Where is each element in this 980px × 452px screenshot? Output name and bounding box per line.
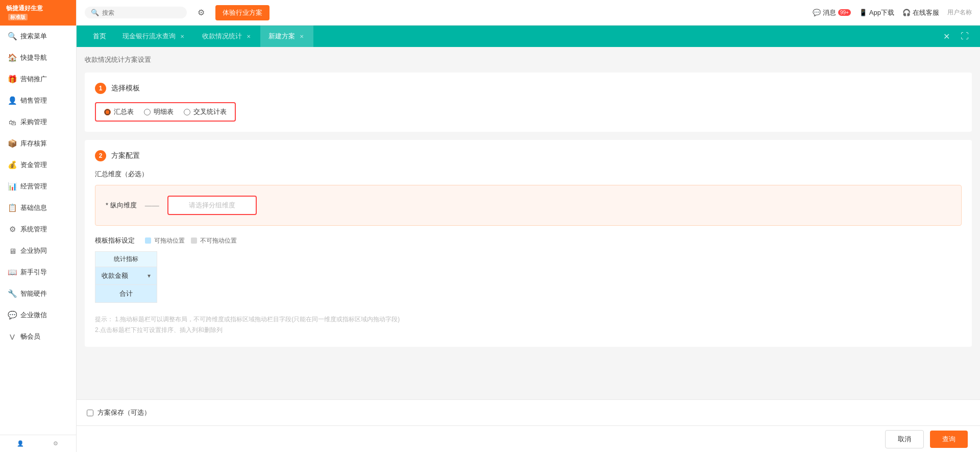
sidebar-footer-user[interactable]: 👤 bbox=[5, 440, 36, 447]
sidebar-item-guide[interactable]: 📖新手引导 bbox=[0, 261, 76, 283]
sidebar-item-inventory[interactable]: 📦库存核算 bbox=[0, 133, 76, 154]
tabbar-right: ✕ ⛶ bbox=[939, 29, 972, 43]
query-button[interactable]: 查询 bbox=[930, 431, 968, 448]
sidebar-item-wechat[interactable]: 💬企业微信 bbox=[0, 304, 76, 326]
sidebar-label-inventory: 库存核算 bbox=[20, 139, 47, 148]
radio-summary-label[interactable]: 汇总表 bbox=[114, 107, 134, 116]
radio-summary[interactable]: 汇总表 bbox=[104, 107, 134, 116]
metrics-cell-dropdown-icon[interactable]: ▾ bbox=[148, 272, 151, 279]
sidebar-label-search: 搜索菜单 bbox=[20, 32, 47, 41]
step1-title: 选择模板 bbox=[111, 84, 140, 93]
tab-close-bank[interactable]: ✕ bbox=[179, 33, 186, 40]
tab-expand-icon[interactable]: ⛶ bbox=[958, 29, 972, 43]
version-badge: 标准版 bbox=[8, 14, 28, 20]
sidebar-icon-sales: 👤 bbox=[8, 97, 16, 105]
topbar-right: 💬 消息 99+ 📱 App下载 🎧 在线客服 用户名称 bbox=[813, 8, 972, 17]
sidebar-label-member: 畅会员 bbox=[20, 332, 40, 341]
step1-num: 1 bbox=[95, 83, 106, 94]
logo-text: 畅捷通好生意 bbox=[6, 5, 43, 12]
sidebar-label-sales: 销售管理 bbox=[20, 96, 47, 105]
save-row: 方案保存（可选） bbox=[77, 399, 980, 425]
sidebar-item-purchase[interactable]: 🛍采购管理 bbox=[0, 111, 76, 133]
sidebar-label-guide: 新手引导 bbox=[20, 268, 47, 277]
save-checkbox[interactable] bbox=[87, 410, 93, 416]
main-content: 🔍 ⚙ 体验行业方案 💬 消息 99+ 📱 App下载 🎧 在线客服 用户名称 … bbox=[77, 0, 980, 452]
metrics-table: 统计指标 收款金额 ▾ 合计 bbox=[95, 251, 157, 303]
sidebar-icon-system: ⚙ bbox=[8, 225, 16, 233]
tip-item-2: 2.点击标题栏下拉可设置排序、插入列和删除列 bbox=[95, 326, 962, 335]
sidebar-footer-settings[interactable]: ⚙ bbox=[40, 440, 71, 447]
radio-cross-input[interactable] bbox=[184, 109, 190, 115]
tab-close-all-icon[interactable]: ✕ bbox=[939, 29, 953, 43]
tab-close-collection[interactable]: ✕ bbox=[245, 33, 252, 40]
sidebar-label-hardware: 智能硬件 bbox=[20, 289, 47, 298]
dimension-row: * 纵向维度 —— 请选择分组维度 bbox=[106, 196, 951, 215]
sidebar-item-basic[interactable]: 📋基础信息 bbox=[0, 197, 76, 219]
message-item[interactable]: 💬 消息 99+ bbox=[813, 8, 851, 17]
service-item[interactable]: 🎧 在线客服 bbox=[902, 8, 939, 17]
legend-movable: 可拖动位置 bbox=[145, 236, 185, 245]
settings-icon[interactable]: ⚙ bbox=[193, 5, 209, 21]
metrics-total-row: 合计 bbox=[95, 285, 157, 302]
topbar-search-box: 🔍 bbox=[85, 7, 187, 18]
tab-new_plan[interactable]: 新建方案✕ bbox=[260, 26, 313, 47]
trial-button[interactable]: 体验行业方案 bbox=[215, 5, 270, 20]
sidebar-icon-search: 🔍 bbox=[8, 32, 16, 40]
legend-fixed-label: 不可拖动位置 bbox=[200, 236, 237, 245]
sidebar-item-enterprise[interactable]: 🖥企业协同 bbox=[0, 240, 76, 261]
sidebar-item-quicknav[interactable]: 🏠快捷导航 bbox=[0, 47, 76, 68]
sidebar-icon-marketing: 🎁 bbox=[8, 75, 16, 83]
step2-num: 2 bbox=[95, 150, 106, 161]
sidebar-icon-quicknav: 🏠 bbox=[8, 54, 16, 62]
download-item[interactable]: 📱 App下载 bbox=[859, 8, 894, 17]
radio-detail-input[interactable] bbox=[144, 109, 151, 115]
sidebar-icon-basic: 📋 bbox=[8, 204, 16, 212]
legend-fixed-dot bbox=[191, 237, 197, 244]
tab-home[interactable]: 首页 bbox=[85, 26, 114, 47]
sidebar-label-funds: 资金管理 bbox=[20, 160, 47, 170]
step2-title: 方案配置 bbox=[111, 151, 140, 160]
sidebar-icon-inventory: 📦 bbox=[8, 139, 16, 148]
sidebar-item-search[interactable]: 🔍搜索菜单 bbox=[0, 26, 76, 47]
sidebar-label-system: 系统管理 bbox=[20, 225, 47, 234]
dimension-area: * 纵向维度 —— 请选择分组维度 bbox=[95, 185, 962, 226]
search-input[interactable] bbox=[102, 9, 168, 16]
radio-detail[interactable]: 明细表 bbox=[144, 107, 174, 116]
step1-header: 1 选择模板 bbox=[95, 83, 962, 94]
sidebar-item-sales[interactable]: 👤销售管理 bbox=[0, 90, 76, 111]
tab-bank[interactable]: 现金银行流水查询✕ bbox=[114, 26, 194, 47]
radio-cross-label[interactable]: 交叉统计表 bbox=[193, 107, 227, 116]
radio-cross[interactable]: 交叉统计表 bbox=[184, 107, 227, 116]
tab-collection[interactable]: 收款情况统计✕ bbox=[194, 26, 260, 47]
sidebar-item-hardware[interactable]: 🔧智能硬件 bbox=[0, 283, 76, 304]
sidebar-icon-purchase: 🛍 bbox=[8, 118, 16, 126]
sidebar-item-funds[interactable]: 💰资金管理 bbox=[0, 154, 76, 176]
metrics-table-header: 统计指标 bbox=[95, 252, 157, 267]
tab-close-new_plan[interactable]: ✕ bbox=[298, 33, 305, 40]
cancel-button[interactable]: 取消 bbox=[885, 430, 924, 448]
save-label[interactable]: 方案保存（可选） bbox=[97, 408, 151, 417]
step2-header: 2 方案配置 bbox=[95, 150, 962, 161]
dimension-select[interactable]: 请选择分组维度 bbox=[167, 196, 257, 215]
sidebar-item-marketing[interactable]: 🎁营销推广 bbox=[0, 68, 76, 90]
sidebar-icon-operations: 📊 bbox=[8, 182, 16, 191]
step2-card: 2 方案配置 汇总维度（必选） * 纵向维度 —— 请选择分组维度 模板指标设定 bbox=[85, 140, 972, 347]
sidebar-icon-funds: 💰 bbox=[8, 161, 16, 169]
radio-detail-label[interactable]: 明细表 bbox=[154, 107, 174, 116]
sidebar-label-purchase: 采购管理 bbox=[20, 117, 47, 127]
message-label: 消息 bbox=[823, 8, 836, 17]
tip-item-1: 提示： 1.拖动标题栏可以调整布局，不可跨维度或指标区域拖动栏目字段(只能在同一… bbox=[95, 315, 962, 324]
dimension-arrow-icon: —— bbox=[145, 201, 159, 209]
radio-summary-input[interactable] bbox=[104, 109, 111, 115]
sidebar-icon-enterprise: 🖥 bbox=[8, 247, 16, 255]
metrics-cell-amount[interactable]: 收款金额 ▾ bbox=[95, 267, 157, 285]
sidebar-label-wechat: 企业微信 bbox=[20, 311, 47, 320]
sidebar-logo: 畅捷通好生意 标准版 bbox=[0, 0, 76, 26]
sidebar-item-system[interactable]: ⚙系统管理 bbox=[0, 219, 76, 240]
sidebar-item-member[interactable]: V畅会员 bbox=[0, 326, 76, 347]
search-icon: 🔍 bbox=[91, 9, 99, 16]
sidebar-item-operations[interactable]: 📊经营管理 bbox=[0, 176, 76, 197]
tab-label-collection: 收款情况统计 bbox=[202, 32, 242, 41]
sidebar-label-marketing: 营销推广 bbox=[20, 75, 47, 84]
tab-label-bank: 现金银行流水查询 bbox=[122, 32, 176, 41]
